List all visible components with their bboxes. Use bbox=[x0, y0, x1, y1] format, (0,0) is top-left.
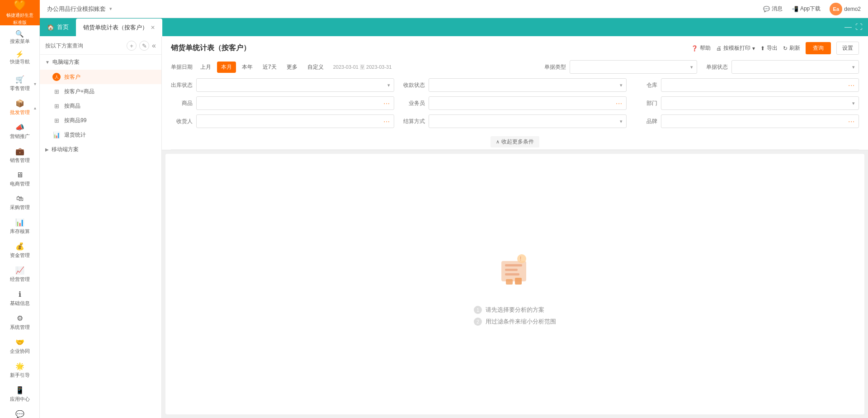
date-more-btn[interactable]: 更多 bbox=[283, 62, 302, 73]
purchase-icon: 🛍 bbox=[16, 195, 24, 203]
sidebar-item-newbie[interactable]: 🌟 新手引导 bbox=[0, 358, 40, 382]
user-menu-btn[interactable]: Ea demo2 bbox=[830, 3, 861, 15]
schema-item-return-stat[interactable]: 📊 退货统计 bbox=[40, 128, 161, 142]
finance-icon: 💰 bbox=[15, 242, 24, 251]
collapse-left-panel-btn[interactable]: « bbox=[152, 42, 156, 50]
product-input[interactable]: ··· bbox=[196, 96, 394, 110]
doc-type-input[interactable]: ▾ bbox=[570, 60, 697, 74]
receiver-label: 收货人 bbox=[171, 118, 196, 125]
out-status-input[interactable]: ▾ bbox=[196, 78, 394, 92]
sidebar-item-sales[interactable]: 💼 销售管理 bbox=[0, 143, 40, 167]
step-2-num: 2 bbox=[474, 318, 482, 326]
message-btn[interactable]: 💬 消息 bbox=[763, 5, 783, 13]
schema-item-product-99[interactable]: ⊞ 按商品99 bbox=[40, 113, 161, 128]
message-icon: 💬 bbox=[763, 6, 770, 12]
date-last-month-btn[interactable]: 上月 bbox=[196, 62, 215, 73]
product-label: 商品 bbox=[171, 100, 196, 107]
collapse-filters-btn[interactable]: ∧ 收起更多条件 bbox=[491, 136, 539, 147]
query-btn[interactable]: 查询 bbox=[806, 42, 831, 54]
receiver-filter: 收货人 ··· bbox=[171, 114, 394, 128]
marketing-icon: 📣 bbox=[15, 123, 24, 132]
settlement-dropdown-icon: ▾ bbox=[620, 119, 623, 124]
receiver-input[interactable]: ··· bbox=[196, 114, 394, 128]
date-this-month-btn[interactable]: 本月 bbox=[217, 62, 236, 73]
sidebar-item-company[interactable]: 🤝 企业协同 bbox=[0, 334, 40, 358]
sidebar-logo: 🧡 畅捷通好生意 标准版 bbox=[0, 0, 40, 25]
content-area: 按以下方案查询 + ✎ « ▼ 电脑端方案 人 按客户 ⊞ 按客 bbox=[40, 36, 868, 418]
schema-item-customer-product[interactable]: ⊞ 按客户+商品 bbox=[40, 84, 161, 99]
app-download-btn[interactable]: 📲 App下载 bbox=[792, 5, 821, 13]
sidebar-search[interactable]: 🔍 搜索菜单 bbox=[10, 25, 30, 48]
basic-icon: ℹ bbox=[19, 290, 21, 299]
date-custom-btn[interactable]: 自定义 bbox=[303, 62, 328, 73]
date-last-7-days-btn[interactable]: 近7天 bbox=[259, 62, 281, 73]
department-dropdown-icon: ▾ bbox=[852, 100, 855, 106]
refresh-btn[interactable]: ↻ 刷新 bbox=[783, 44, 800, 52]
salesperson-label: 业务员 bbox=[403, 100, 429, 107]
left-panel-title: 按以下方案查询 bbox=[45, 42, 83, 50]
template-print-btn[interactable]: 🖨 按模板打印 ▾ bbox=[716, 44, 755, 52]
sidebar-item-wholesale[interactable]: 📦 批发管理 ▴ bbox=[0, 95, 40, 119]
doc-status-input[interactable]: ▾ bbox=[731, 60, 859, 74]
wholesale-icon: 📦 bbox=[15, 99, 24, 108]
sidebar-item-inventory[interactable]: 📊 库存核算 bbox=[0, 214, 40, 238]
doc-type-label: 单据类型 bbox=[544, 63, 570, 71]
sidebar-quick-nav[interactable]: ⚡ 快捷导航 bbox=[10, 48, 30, 68]
tab-bar-actions: — ⛶ bbox=[844, 23, 868, 31]
salesperson-dots-icon: ··· bbox=[616, 100, 623, 107]
sidebar-item-system[interactable]: ⚙ 系统管理 bbox=[0, 310, 40, 334]
tab-close-btn[interactable]: ✕ bbox=[151, 24, 155, 31]
export-icon: ⬆ bbox=[760, 45, 765, 52]
tab-bar: 🏠 首页 销货单统计表（按客户） ✕ — ⛶ bbox=[40, 18, 868, 36]
salesperson-input[interactable]: ··· bbox=[429, 96, 627, 110]
svg-rect-2 bbox=[505, 269, 518, 271]
sidebar-item-operation[interactable]: 📈 经营管理 bbox=[0, 262, 40, 286]
sidebar-item-basic[interactable]: ℹ 基础信息 bbox=[0, 286, 40, 310]
sidebar-item-marketing[interactable]: 📣 营销推广 bbox=[0, 119, 40, 143]
header-right-actions: 💬 消息 📲 App下载 Ea demo2 bbox=[763, 3, 861, 15]
schema-item-by-customer[interactable]: 人 按客户 bbox=[40, 70, 161, 84]
tab-sales-stat[interactable]: 销货单统计表（按客户） ✕ bbox=[76, 19, 162, 37]
out-status-dropdown-icon: ▾ bbox=[387, 82, 390, 88]
sales-icon: 💼 bbox=[15, 147, 24, 156]
tab-home[interactable]: 🏠 首页 bbox=[40, 18, 76, 36]
newbie-icon: 🌟 bbox=[15, 362, 24, 370]
warehouse-input[interactable]: ··· bbox=[661, 78, 859, 92]
operation-icon: 📈 bbox=[15, 266, 24, 275]
wechat-icon: 💬 bbox=[15, 410, 24, 418]
sidebar-item-wechat[interactable]: 💬 企业微信 bbox=[0, 406, 40, 418]
sidebar-item-ecom[interactable]: 🖥 电商管理 bbox=[0, 167, 40, 191]
brand-dots-icon: ··· bbox=[848, 118, 855, 125]
department-filter: 部门 ▾ bbox=[636, 96, 859, 110]
export-btn[interactable]: ⬆ 导出 bbox=[760, 44, 778, 52]
logo-text: 畅捷通好生意 bbox=[6, 12, 33, 19]
desktop-group-title[interactable]: ▼ 电脑端方案 bbox=[40, 55, 161, 70]
print-dropdown-icon: ▾ bbox=[752, 45, 755, 52]
sidebar-item-purchase[interactable]: 🛍 采购管理 bbox=[0, 191, 40, 214]
tab-minimize-btn[interactable]: — bbox=[844, 23, 852, 31]
date-this-year-btn[interactable]: 本年 bbox=[238, 62, 257, 73]
settings-btn[interactable]: 设置 bbox=[836, 42, 859, 55]
collect-status-input[interactable]: ▾ bbox=[429, 78, 627, 92]
add-schema-btn[interactable]: + bbox=[127, 41, 137, 51]
edit-schema-btn[interactable]: ✎ bbox=[139, 41, 149, 51]
sidebar-item-retail[interactable]: 🛒 零售管理 ▾ bbox=[0, 71, 40, 95]
page-title: 销货单统计表（按客户） bbox=[171, 43, 250, 53]
product-99-icon: ⊞ bbox=[52, 116, 61, 124]
desktop-schema-group: ▼ 电脑端方案 人 按客户 ⊞ 按客户+商品 ⊞ 按商品 ⊞ 按商品99 bbox=[40, 55, 161, 142]
industry-dropdown-icon[interactable]: ▾ bbox=[109, 6, 112, 12]
settlement-input[interactable]: ▾ bbox=[429, 114, 627, 128]
mobile-group-title[interactable]: ▶ 移动端方案 bbox=[40, 142, 161, 157]
sidebar-item-appstore[interactable]: 📱 应用中心 bbox=[0, 382, 40, 406]
department-input[interactable]: ▾ bbox=[661, 96, 859, 110]
tab-maximize-btn[interactable]: ⛶ bbox=[855, 23, 863, 31]
sidebar-item-finance[interactable]: 💰 资金管理 bbox=[0, 238, 40, 262]
help-btn[interactable]: ❓ 帮助 bbox=[691, 44, 711, 52]
date-range-row: 单据日期 上月 本月 本年 近7天 更多 自定义 2023-03-01 至 20… bbox=[171, 60, 859, 74]
header-industry[interactable]: 办公用品行业模拟账套 ▾ bbox=[47, 5, 112, 13]
desktop-group-expand-icon: ▼ bbox=[45, 60, 50, 65]
schema-item-by-product[interactable]: ⊞ 按商品 bbox=[40, 99, 161, 113]
brand-input[interactable]: ··· bbox=[661, 114, 859, 128]
step-1-num: 1 bbox=[474, 306, 482, 314]
print-icon: 🖨 bbox=[716, 45, 722, 52]
